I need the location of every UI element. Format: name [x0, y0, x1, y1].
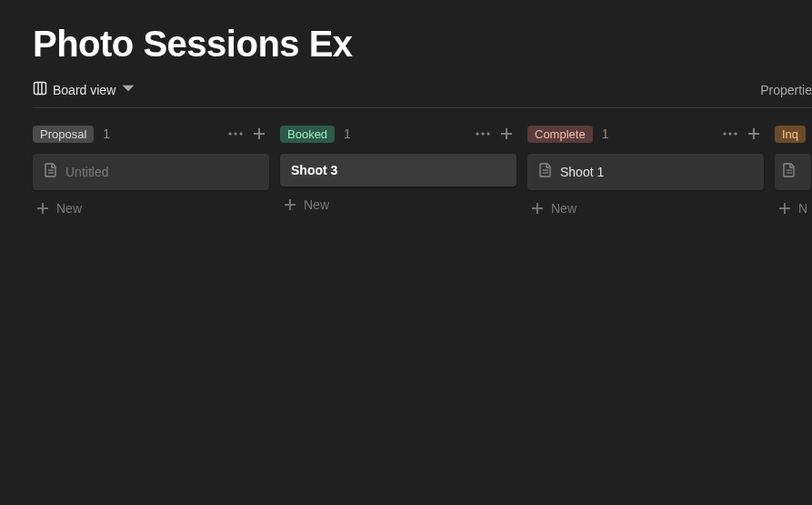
new-label: New — [304, 197, 329, 212]
svg-point-3 — [228, 132, 231, 135]
column-add-icon[interactable] — [496, 124, 516, 144]
card[interactable]: Untitled — [33, 154, 269, 190]
svg-point-5 — [239, 132, 242, 135]
view-switcher[interactable]: Board view — [33, 81, 135, 98]
card[interactable]: Shoot 3 — [280, 154, 516, 187]
view-name: Board view — [53, 83, 115, 97]
column-header: Complete 1 — [527, 123, 764, 145]
svg-point-4 — [234, 132, 236, 135]
board-container: Proposal 1 Untitled New — [0, 108, 812, 221]
column-proposal: Proposal 1 Untitled New — [33, 123, 269, 221]
new-label: New — [551, 201, 576, 216]
column-count: 1 — [344, 126, 351, 141]
card-title: Shoot 3 — [291, 163, 337, 177]
column-menu-icon[interactable] — [473, 124, 493, 144]
new-card-button[interactable]: N — [775, 196, 811, 221]
status-pill-inquiry[interactable]: Inq — [775, 126, 806, 143]
new-label: New — [56, 201, 82, 216]
status-pill-booked[interactable]: Booked — [280, 126, 335, 143]
column-header: Inq — [775, 123, 811, 145]
column-header: Proposal 1 — [33, 123, 269, 145]
svg-point-20 — [728, 132, 731, 135]
new-label: N — [798, 201, 807, 216]
card[interactable] — [775, 154, 811, 190]
svg-point-14 — [486, 132, 489, 135]
svg-point-13 — [481, 132, 484, 135]
column-booked: Booked 1 Shoot 3 New — [280, 123, 516, 221]
card-title: Shoot 1 — [560, 165, 604, 179]
column-count: 1 — [103, 126, 110, 141]
column-add-icon[interactable] — [249, 124, 269, 144]
card[interactable]: Shoot 1 — [527, 154, 764, 190]
svg-point-21 — [734, 132, 737, 135]
svg-point-19 — [723, 132, 726, 135]
column-header: Booked 1 — [280, 123, 516, 145]
column-count: 1 — [602, 126, 609, 141]
status-pill-complete[interactable]: Complete — [527, 126, 593, 143]
board-icon — [33, 81, 47, 98]
svg-point-12 — [476, 132, 478, 135]
new-card-button[interactable]: New — [33, 196, 269, 221]
svg-rect-0 — [35, 83, 46, 95]
card-title: Untitled — [65, 165, 108, 179]
page-icon — [782, 163, 797, 181]
properties-button[interactable]: Propertie — [760, 83, 812, 97]
column-add-icon[interactable] — [744, 124, 764, 144]
column-menu-icon[interactable] — [720, 124, 740, 144]
column-complete: Complete 1 Shoot 1 New — [527, 123, 764, 221]
chevron-down-icon — [121, 81, 135, 98]
new-card-button[interactable]: New — [527, 196, 764, 221]
view-bar: Board view Propertie — [33, 65, 812, 108]
page-title[interactable]: Photo Sessions Ex — [0, 0, 812, 65]
column-inquiry: Inq N — [775, 123, 811, 221]
page-icon — [538, 163, 553, 181]
page-icon — [44, 163, 58, 181]
status-pill-proposal[interactable]: Proposal — [33, 126, 94, 143]
new-card-button[interactable]: New — [280, 192, 516, 217]
column-menu-icon[interactable] — [226, 124, 246, 144]
